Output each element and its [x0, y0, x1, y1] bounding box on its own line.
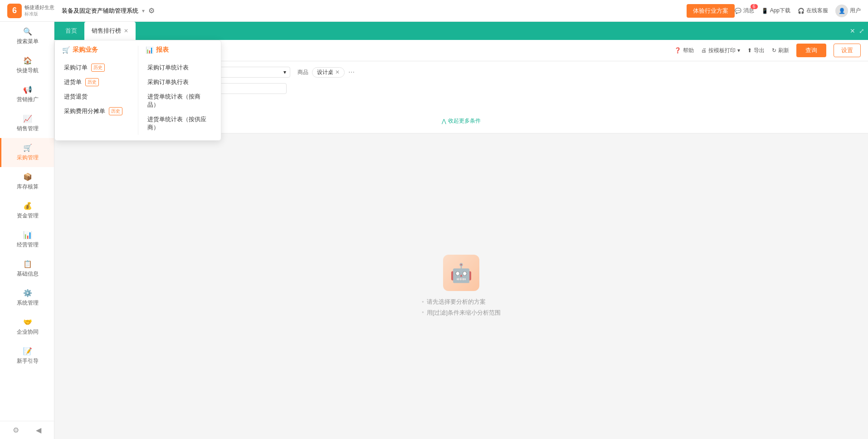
sidebar-item-purchase[interactable]: 🛒 采购管理: [0, 138, 54, 167]
sidebar-item-newbie[interactable]: 📝 新手引导: [0, 341, 54, 370]
gear-icon[interactable]: ⚙: [148, 6, 155, 15]
print-label: 按模板打印: [708, 47, 736, 54]
collapse-icon[interactable]: ◀: [36, 426, 41, 434]
sidebar: 🔍 搜索菜单 🏠 快捷导航 📢 营销推广 📈 销售管理 🛒 采购管理 📦 库存核…: [0, 22, 54, 439]
export-btn[interactable]: ⬆ 导出: [747, 47, 765, 54]
headset-icon: 🎧: [798, 8, 805, 14]
help-icon: ❓: [674, 47, 681, 54]
empty-hints: 请先选择要分析的方案 用[过滤]条件来缩小分析范围: [422, 296, 501, 318]
user-btn[interactable]: 👤 用户: [835, 5, 861, 17]
purchase-col-label: 采购业务: [73, 46, 98, 54]
enterprise-icon: 🤝: [23, 318, 32, 326]
refresh-btn[interactable]: ↻ 刷新: [772, 47, 789, 54]
sidebar-item-sales[interactable]: 📈 销售管理: [0, 109, 54, 138]
marketing-icon: 📢: [23, 85, 32, 94]
print-btn[interactable]: 🖨 按模板打印 ▾: [701, 47, 740, 54]
goods-label: 商品: [297, 69, 308, 76]
topbar: 6 畅捷通好生意 标准版 装备及固定资产辅助管理系统 ▾ ⚙ 体验行业方案 💬 …: [0, 0, 868, 22]
goods-tag-close-icon[interactable]: ✕: [335, 69, 340, 75]
sidebar-item-label: 企业协同: [17, 328, 39, 336]
empty-hint-2: 用[过滤]条件来缩小分析范围: [422, 307, 501, 318]
report-col-title: 📊 报表: [146, 46, 214, 59]
sidebar-item-label: 库存核算: [17, 183, 39, 191]
sidebar-item-label: 系统管理: [17, 299, 39, 307]
dropdown-item-receipt-goods[interactable]: 进货单统计表（按商品）: [146, 89, 214, 112]
sidebar-item-system[interactable]: ⚙️ 系统管理: [0, 283, 54, 312]
sidebar-item-label: 新手引导: [17, 357, 39, 365]
dropdown-item-return[interactable]: 进货退货: [62, 89, 131, 104]
chevron-down-icon: ▾: [283, 69, 286, 75]
app-download-btn[interactable]: 📱 App下载: [761, 7, 790, 15]
print-icon: 🖨: [701, 47, 707, 54]
dropdown-item-receipt-supplier[interactable]: 进货单统计表（按供应商）: [146, 112, 214, 135]
sidebar-item-enterprise[interactable]: 🤝 企业协同: [0, 312, 54, 341]
dropdown-item-order-exec[interactable]: 采购订单执行表: [146, 75, 214, 89]
tab-sales-rank[interactable]: 销售排行榜 ✕: [84, 22, 136, 40]
window-close-icon[interactable]: ✕: [850, 27, 855, 35]
sidebar-item-basic[interactable]: 📋 基础信息: [0, 254, 54, 283]
refresh-label: 刷新: [778, 47, 789, 54]
history-badge-0: 历史: [91, 64, 105, 72]
logo: 6 畅捷通好生意 标准版: [7, 4, 62, 18]
empty-icon: 🤖: [443, 255, 479, 291]
purchase-icon: 🛒: [23, 143, 32, 152]
collapse-label: 收起更多条件: [448, 117, 481, 125]
help-btn[interactable]: ❓ 帮助: [674, 47, 694, 54]
newbie-icon: 📝: [23, 347, 32, 355]
print-chevron-icon: ▾: [737, 47, 740, 54]
message-badge: 6: [751, 4, 758, 9]
user-label: 用户: [850, 7, 861, 15]
tab-sales-rank-label: 销售排行榜: [92, 27, 121, 35]
inventory-icon: 📦: [23, 173, 32, 181]
industry-btn[interactable]: 体验行业方案: [687, 4, 735, 18]
dropdown-item-receipt[interactable]: 进货单 历史: [62, 75, 131, 89]
chevron-down-icon[interactable]: ▾: [142, 8, 145, 14]
export-label: 导出: [754, 47, 765, 54]
settings-icon[interactable]: ⚙: [13, 426, 19, 434]
operation-icon: 📊: [23, 231, 32, 239]
dropdown-item-expense[interactable]: 采购费用分摊单 历史: [62, 104, 131, 118]
tab-close-icon[interactable]: ✕: [124, 28, 128, 34]
sidebar-item-finance[interactable]: 💰 资金管理: [0, 196, 54, 225]
app-download-label: App下载: [770, 7, 790, 15]
sidebar-item-label: 搜索菜单: [17, 38, 39, 45]
topbar-icons: 💬 消息 6 📱 App下载 🎧 在线客服 👤 用户: [735, 5, 861, 17]
refresh-icon: ↻: [772, 47, 776, 54]
sales-icon: 📈: [23, 114, 32, 123]
history-badge-3: 历史: [109, 107, 122, 115]
sidebar-item-label: 销售管理: [17, 125, 39, 133]
tab-home[interactable]: 首页: [58, 22, 84, 40]
goods-more-icon[interactable]: ⋯: [348, 69, 355, 76]
dropdown-item-order-stat[interactable]: 采购订单统计表: [146, 60, 214, 75]
receipt-goods-label: 进货单统计表（按商品）: [147, 93, 212, 109]
system-name: 装备及固定资产辅助管理系统: [62, 7, 138, 15]
goods-tag[interactable]: 设计桌 ✕: [312, 67, 345, 78]
goods-tag-value: 设计桌: [317, 69, 333, 76]
sidebar-item-inventory[interactable]: 📦 库存核算: [0, 167, 54, 196]
sidebar-item-label: 基础信息: [17, 270, 39, 278]
empty-hint-1: 请先选择要分析的方案: [422, 296, 501, 307]
goods-filter: 商品 设计桌 ✕ ⋯: [297, 67, 355, 78]
report-col-label: 报表: [156, 46, 169, 54]
empty-state-area: 🤖 请先选择要分析的方案 用[过滤]条件来缩小分析范围: [54, 133, 868, 439]
sidebar-item-quicknav[interactable]: 🏠 快捷导航: [0, 51, 54, 80]
help-label: 帮助: [683, 47, 694, 54]
collapse-arrow-icon: ⋀: [442, 118, 446, 124]
order-exec-label: 采购订单执行表: [147, 78, 189, 86]
purchase-dropdown-menu: 🛒 采购业务 采购订单 历史 进货单 历史 进货退货 采购费用分摊单 历史 📊: [54, 40, 221, 141]
return-label: 进货退货: [64, 93, 88, 101]
order-stat-label: 采购订单统计表: [147, 64, 189, 72]
query-btn[interactable]: 查询: [796, 44, 826, 57]
sidebar-item-operation[interactable]: 📊 经营管理: [0, 225, 54, 254]
online-service-btn[interactable]: 🎧 在线客服: [798, 7, 828, 15]
settings-btn[interactable]: 设置: [834, 44, 861, 57]
message-icon: 💬: [735, 8, 741, 14]
sidebar-item-search[interactable]: 🔍 搜索菜单: [0, 22, 54, 51]
expand-icon[interactable]: ⤢: [859, 27, 864, 35]
message-btn[interactable]: 💬 消息 6: [735, 7, 754, 15]
dropdown-item-purchase-order[interactable]: 采购订单 历史: [62, 60, 131, 75]
sidebar-item-label: 快捷导航: [17, 67, 39, 74]
sidebar-item-marketing[interactable]: 📢 营销推广: [0, 80, 54, 109]
receipt-supplier-label: 进货单统计表（按供应商）: [147, 115, 212, 132]
system-icon: ⚙️: [23, 289, 32, 297]
